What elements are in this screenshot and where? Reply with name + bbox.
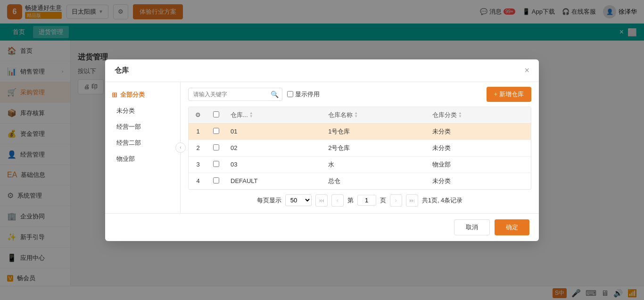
show-disabled-checkbox[interactable] [287,91,293,97]
next-page-button[interactable]: › [390,194,402,207]
grid-icon: ⊞ [112,91,117,99]
category-operations-2[interactable]: 经营二部 [105,135,180,151]
page-label: 页 [380,196,386,205]
row-code: 03 [225,156,322,173]
page-number-input[interactable] [357,195,376,206]
category-operations-1[interactable]: 经营一部 [105,119,180,135]
row-index: 1 [189,123,207,140]
row-checkbox-cell [207,123,225,140]
all-categories-label: 全部分类 [120,91,145,99]
category-unclassified[interactable]: 未分类 [105,103,180,119]
col-name-header: 仓库名称 ▲▼ [322,107,427,124]
last-page-button[interactable]: ⏭ [406,194,418,207]
per-page-select[interactable]: 10 20 50 100 [285,194,312,206]
col-category-label: 仓库分类 [432,111,457,119]
row-code: DEFAULT [225,173,322,189]
confirm-button[interactable]: 确定 [495,219,529,235]
all-categories-item[interactable]: ⊞ 全部分类 [105,87,180,103]
warehouse-table-wrap: ⚙ 仓库... ▲▼ [188,107,531,190]
row-index: 2 [189,140,207,156]
warehouse-table: ⚙ 仓库... ▲▼ [189,107,531,189]
row-checkbox[interactable] [213,177,219,183]
row-index: 4 [189,173,207,189]
modal-close-button[interactable]: × [524,66,529,75]
table-header-row: ⚙ 仓库... ▲▼ [189,107,531,124]
per-page-label: 每页显示 [257,196,281,205]
row-checkbox-cell [207,140,225,156]
row-name: 2号仓库 [322,140,427,156]
col-checkbox [207,107,225,124]
add-warehouse-button[interactable]: + 新增仓库 [487,87,531,102]
row-checkbox-cell [207,173,225,189]
row-category: 未分类 [427,140,531,156]
table-row: 1 01 1号仓库 未分类 [189,123,531,140]
row-code: 02 [225,140,322,156]
row-name: 总仓 [322,173,427,189]
modal-pagination: 每页显示 10 20 50 100 ⏮ ‹ 第 页 › ⏭ 共1页, 4条记录 [188,190,531,208]
row-checkbox[interactable] [213,128,219,134]
col-code-label: 仓库... [231,111,248,119]
select-all-checkbox[interactable] [213,111,219,117]
show-disabled-label: 显示停用 [287,90,320,99]
table-row: 3 03 水 物业部 [189,156,531,173]
col-code-header: 仓库... ▲▼ [225,107,322,124]
col-gear: ⚙ [189,107,207,124]
total-info: 共1页, 4条记录 [422,196,463,205]
first-page-button[interactable]: ⏮ [315,194,328,207]
row-name: 1号仓库 [322,123,427,140]
row-index: 3 [189,156,207,173]
row-category: 物业部 [427,156,531,173]
modal-main-content: 🔍 显示停用 + 新增仓库 ⚙ [181,82,539,213]
col-name-label: 仓库名称 [328,111,353,119]
col-category-header: 仓库分类 ▲▼ [427,107,531,124]
row-category: 未分类 [427,123,531,140]
category-property[interactable]: 物业部 [105,151,180,167]
sort-icon-category: ▲▼ [458,112,462,118]
modal-title: 仓库 [115,66,129,75]
prev-page-button[interactable]: ‹ [331,194,344,207]
row-category: 未分类 [427,173,531,189]
search-wrap: 🔍 [188,88,282,101]
cancel-button[interactable]: 取消 [454,219,490,235]
sort-icon-name: ▲▼ [354,112,358,118]
table-row: 2 02 2号仓库 未分类 [189,140,531,156]
search-icon[interactable]: 🔍 [271,91,279,98]
sidebar-collapse-button[interactable]: ‹ [175,142,186,153]
modal-footer: 取消 确定 [105,213,539,241]
row-code: 01 [225,123,322,140]
sort-icon-code: ▲▼ [249,112,253,118]
table-row: 4 DEFAULT 总仓 未分类 [189,173,531,189]
page-label-pre: 第 [347,196,354,205]
row-checkbox[interactable] [213,161,219,167]
warehouse-search-input[interactable] [188,88,282,101]
modal-overlay: 仓库 × ⊞ 全部分类 未分类 经营一部 经营二部 物业部 ‹ [0,0,644,300]
row-checkbox[interactable] [213,144,219,150]
warehouse-modal: 仓库 × ⊞ 全部分类 未分类 经营一部 经营二部 物业部 ‹ [105,59,539,241]
row-checkbox-cell [207,156,225,173]
modal-header: 仓库 × [105,59,539,82]
modal-category-sidebar: ⊞ 全部分类 未分类 经营一部 经营二部 物业部 ‹ [105,82,181,213]
modal-body: ⊞ 全部分类 未分类 经营一部 经营二部 物业部 ‹ 🔍 [105,82,539,213]
row-name: 水 [322,156,427,173]
modal-toolbar: 🔍 显示停用 + 新增仓库 [188,87,531,102]
